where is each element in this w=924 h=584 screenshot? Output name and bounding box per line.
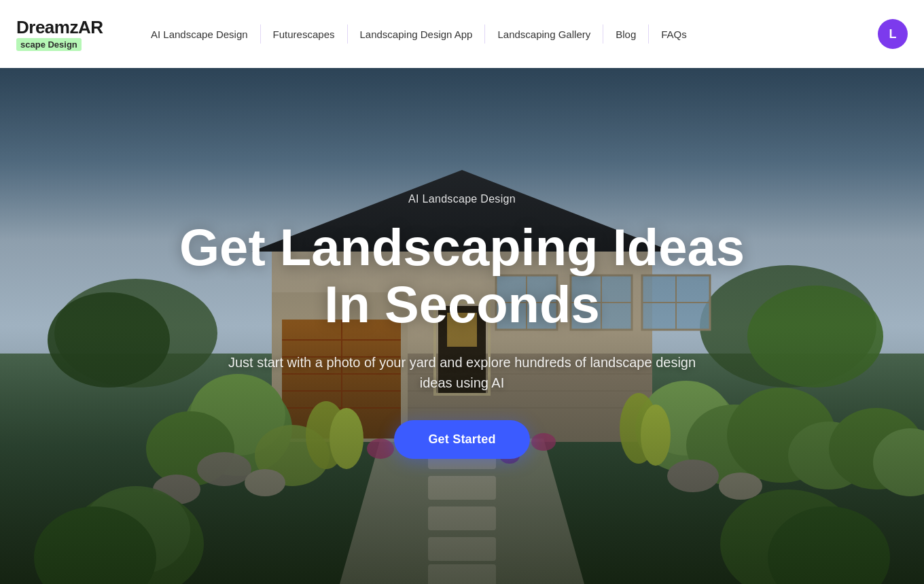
main-nav: AI Landscape Design Futurescapes Landsca… xyxy=(139,24,878,44)
get-started-button[interactable]: Get Started xyxy=(394,420,529,459)
nav-item-landscaping-design-app[interactable]: Landscaping Design App xyxy=(348,24,486,44)
site-header: DreamzAR scape Design AI Landscape Desig… xyxy=(0,0,924,68)
hero-content: AI Landscape Design Get Landscaping Idea… xyxy=(0,68,924,584)
header-right: L xyxy=(878,19,908,49)
login-button[interactable]: L xyxy=(878,19,908,49)
nav-item-ai-landscape-design[interactable]: AI Landscape Design xyxy=(139,24,261,44)
hero-eyebrow: AI Landscape Design xyxy=(408,193,516,205)
brand-name: DreamzAR xyxy=(16,17,103,38)
nav-item-blog[interactable]: Blog xyxy=(603,24,649,44)
nav-item-faqs[interactable]: FAQs xyxy=(649,24,699,44)
hero-section: AI Landscape Design Get Landscaping Idea… xyxy=(0,68,924,584)
logo[interactable]: DreamzAR scape Design xyxy=(16,17,111,51)
nav-item-landscaping-gallery[interactable]: Landscaping Gallery xyxy=(485,24,603,44)
brand-tagline: scape Design xyxy=(16,38,82,51)
nav-item-futurescapes[interactable]: Futurescapes xyxy=(261,24,348,44)
hero-subtitle: Just start with a photo of your yard and… xyxy=(224,352,700,393)
hero-title: Get Landscaping Ideas In Seconds xyxy=(156,219,768,332)
